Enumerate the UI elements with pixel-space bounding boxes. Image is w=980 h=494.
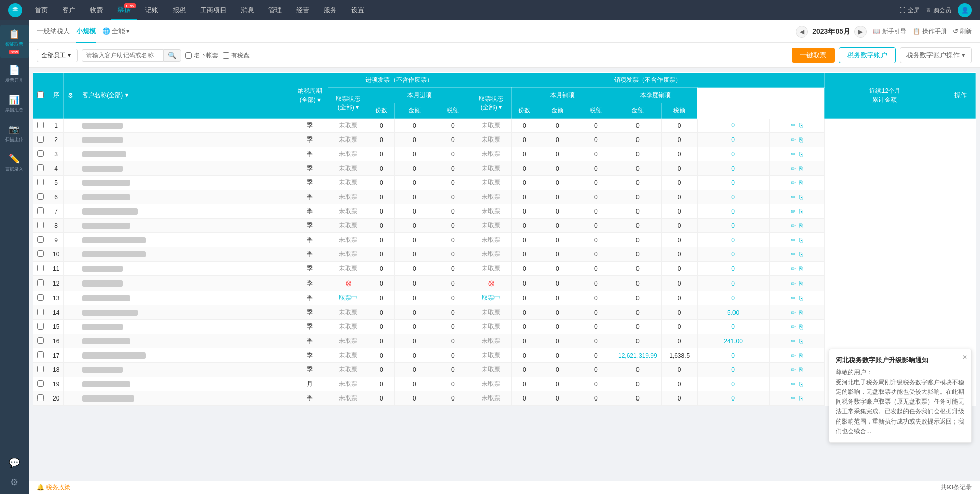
row-checkbox[interactable] <box>37 207 44 214</box>
row-copy-icon[interactable]: ⎘ <box>799 122 803 129</box>
my-accounts-checkbox[interactable] <box>185 52 192 59</box>
nav-item-tax[interactable]: 报税 <box>166 0 192 20</box>
row-edit-icon[interactable]: ✏ <box>791 280 796 287</box>
row-copy-icon[interactable]: ⎘ <box>799 208 803 215</box>
tab-general-taxpayer[interactable]: 一般纳税人 <box>37 20 70 43</box>
tax-policy-link[interactable]: 🔔 税务政策 <box>37 483 70 492</box>
row-edit-icon[interactable]: ✏ <box>791 395 796 402</box>
row-edit-icon[interactable]: ✏ <box>791 165 796 172</box>
row-checkbox[interactable] <box>37 122 44 128</box>
row-copy-icon[interactable]: ⎘ <box>799 323 803 331</box>
row-edit-icon[interactable]: ✏ <box>791 381 796 388</box>
app-logo[interactable] <box>8 3 22 17</box>
row-copy-icon[interactable]: ⎘ <box>799 194 803 201</box>
tab-small-scale[interactable]: 小规模 <box>76 20 96 43</box>
nav-item-industry[interactable]: 工商项目 <box>194 0 233 20</box>
row-copy-icon[interactable]: ⎘ <box>799 352 803 359</box>
checkbox-has-taxdisk[interactable]: 有税盘 <box>223 51 250 60</box>
period-prev-btn[interactable]: ◀ <box>796 26 808 38</box>
avatar[interactable]: 👤 <box>958 3 972 17</box>
row-copy-icon[interactable]: ⎘ <box>799 179 803 186</box>
sidebar-item-smart-ticket[interactable]: 📋 智能取票 new <box>0 25 29 58</box>
search-button[interactable]: 🔍 <box>163 49 181 62</box>
row-edit-icon[interactable]: ✏ <box>791 323 796 331</box>
row-copy-icon[interactable]: ⎘ <box>799 165 803 172</box>
nav-item-client[interactable]: 客户 <box>56 0 82 20</box>
th-settings[interactable]: ⚙ <box>64 73 78 119</box>
fullscreen-btn[interactable]: ⛶ 全屏 <box>899 6 919 15</box>
row-copy-icon[interactable]: ⎘ <box>799 395 803 402</box>
row-checkbox[interactable] <box>37 164 44 171</box>
th-client-name[interactable]: 客户名称(全部) ▾ <box>78 73 292 119</box>
one-click-ticket-btn[interactable]: 一键取票 <box>792 48 835 63</box>
sidebar-item-scan[interactable]: 📷 扫描上传 <box>0 120 29 147</box>
row-copy-icon[interactable]: ⎘ <box>799 222 803 229</box>
search-input[interactable] <box>82 49 163 62</box>
nav-item-accounting[interactable]: 记账 <box>139 0 164 20</box>
row-checkbox[interactable] <box>37 150 44 157</box>
row-edit-icon[interactable]: ✏ <box>791 151 796 158</box>
row-copy-icon[interactable]: ⎘ <box>799 251 803 258</box>
row-edit-icon[interactable]: ✏ <box>791 194 796 201</box>
row-copy-icon[interactable]: ⎘ <box>799 381 803 388</box>
row-checkbox[interactable] <box>37 136 44 143</box>
row-edit-icon[interactable]: ✏ <box>791 251 796 258</box>
row-edit-icon[interactable]: ✏ <box>791 265 796 272</box>
row-copy-icon[interactable]: ⎘ <box>799 280 803 287</box>
sidebar-item-summary[interactable]: 📊 票据汇总 <box>0 90 29 117</box>
row-checkbox[interactable] <box>37 394 44 401</box>
row-copy-icon[interactable]: ⎘ <box>799 237 803 244</box>
select-all-checkbox[interactable] <box>37 91 44 98</box>
row-copy-icon[interactable]: ⎘ <box>799 265 803 272</box>
tab-all-capable[interactable]: 🌐全能 ▾ <box>102 20 130 43</box>
nav-item-settings[interactable]: 设置 <box>345 0 371 20</box>
notification-close-btn[interactable]: ✕ <box>962 354 967 361</box>
nav-item-fee[interactable]: 收费 <box>84 0 109 20</box>
row-checkbox[interactable] <box>37 279 44 286</box>
row-copy-icon[interactable]: ⎘ <box>799 295 803 302</box>
nav-item-manage[interactable]: 管理 <box>262 0 288 20</box>
digital-account-btn[interactable]: 税务数字账户 <box>839 47 896 63</box>
manual-btn[interactable]: 📋 操作手册 <box>913 27 946 36</box>
row-copy-icon[interactable]: ⎘ <box>799 338 803 345</box>
vip-btn[interactable]: ♕ 购会员 <box>926 6 951 15</box>
period-next-btn[interactable]: ▶ <box>854 26 867 38</box>
guide-btn[interactable]: 📖 新手引导 <box>873 27 906 36</box>
row-edit-icon[interactable]: ✏ <box>791 179 796 186</box>
row-edit-icon[interactable]: ✏ <box>791 237 796 244</box>
sidebar-bottom-icon1[interactable]: 💬 <box>9 457 20 468</box>
sidebar-item-entry[interactable]: ✏️ 票据录入 <box>0 149 29 177</box>
row-checkbox[interactable] <box>37 179 44 185</box>
row-edit-icon[interactable]: ✏ <box>791 136 796 144</box>
row-checkbox[interactable] <box>37 222 44 228</box>
row-edit-icon[interactable]: ✏ <box>791 208 796 215</box>
sidebar-bottom-icon2[interactable]: ⚙ <box>10 477 18 488</box>
row-checkbox[interactable] <box>37 193 44 200</box>
row-copy-icon[interactable]: ⎘ <box>799 309 803 316</box>
row-checkbox[interactable] <box>37 366 44 372</box>
row-edit-icon[interactable]: ✏ <box>791 309 796 316</box>
row-checkbox[interactable] <box>37 337 44 344</box>
sidebar-item-invoice-open[interactable]: 📄 发票开具 <box>0 60 29 88</box>
row-edit-icon[interactable]: ✏ <box>791 352 796 359</box>
has-taxdisk-checkbox[interactable] <box>223 52 229 59</box>
row-edit-icon[interactable]: ✏ <box>791 366 796 373</box>
row-copy-icon[interactable]: ⎘ <box>799 366 803 373</box>
digital-account-op-btn[interactable]: 税务数字账户操作 ▾ <box>900 47 972 63</box>
checkbox-my-accounts[interactable]: 名下帐套 <box>185 51 218 60</box>
nav-item-ticket[interactable]: 票据 new <box>111 0 137 20</box>
nav-item-service[interactable]: 服务 <box>317 0 343 20</box>
row-edit-icon[interactable]: ✏ <box>791 295 796 302</box>
row-checkbox[interactable] <box>37 236 44 243</box>
nav-item-home[interactable]: 首页 <box>29 0 54 20</box>
row-checkbox[interactable] <box>37 309 44 315</box>
row-checkbox[interactable] <box>37 323 44 330</box>
row-edit-icon[interactable]: ✏ <box>791 338 796 345</box>
th-out-status[interactable]: 取票状态(全部) ▾ <box>471 88 511 119</box>
row-checkbox[interactable] <box>37 351 44 358</box>
row-checkbox[interactable] <box>37 250 44 257</box>
all-capable-dropdown[interactable]: ▾ <box>126 27 130 35</box>
row-copy-icon[interactable]: ⎘ <box>799 151 803 158</box>
nav-item-operation[interactable]: 经营 <box>290 0 315 20</box>
row-checkbox[interactable] <box>37 380 44 387</box>
